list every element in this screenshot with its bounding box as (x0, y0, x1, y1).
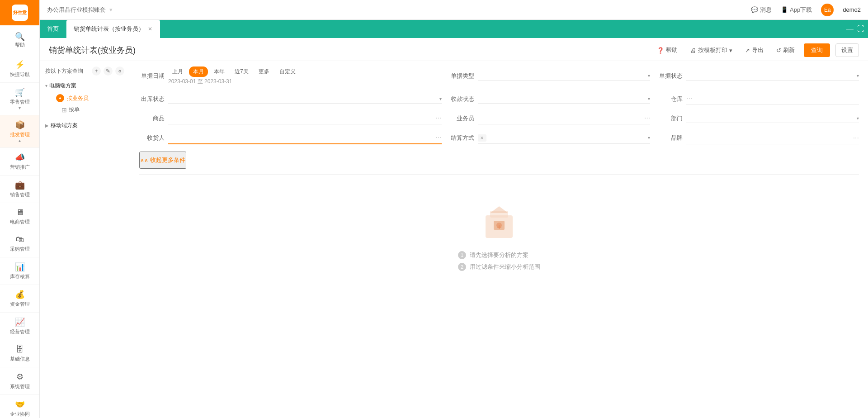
tree-grandchild-icon: ⊞ (61, 106, 67, 114)
refresh-button[interactable]: ↺ 刷新 (773, 44, 798, 56)
sidebar-item-system[interactable]: ⚙ 系统管理 (0, 367, 39, 395)
tab-home[interactable]: 首页 (40, 20, 66, 38)
sidebar-item-label: 销售管理 (10, 191, 30, 198)
breadcrumb-arrow-icon: ▾ (109, 6, 113, 13)
help-button[interactable]: ❓ 帮助 (653, 44, 681, 56)
sidebar-item-ecommerce[interactable]: 🖥 电商管理 (0, 203, 39, 230)
consignee-input[interactable] (168, 134, 435, 141)
product-dots[interactable]: ··· (435, 114, 441, 122)
brand-control: ··· (686, 132, 859, 144)
tip-num-2: 2 (458, 263, 466, 271)
filter-doc-status: 单据状态 ▾ (657, 71, 859, 81)
dept-control[interactable]: ▾ (686, 114, 859, 123)
shortcut-icon: ⚡ (15, 60, 25, 70)
doc-status-control[interactable]: ▾ (686, 71, 859, 81)
tree-mobile-parent[interactable]: ▶ 移动端方案 (43, 119, 126, 132)
out-status-select[interactable]: ▾ (168, 96, 442, 101)
sidebar-item-finance[interactable]: 💰 资金管理 (0, 285, 39, 313)
doc-status-select[interactable]: ▾ (686, 73, 859, 78)
empty-icon (476, 202, 522, 244)
header-actions: 💬 消息 📱 App下载 Ea demo2 (751, 4, 861, 16)
sidebar-item-retail[interactable]: 🛒 零售管理 ▾ (0, 83, 39, 115)
collapse-more-button[interactable]: ∧∧ 收起更多条件 (139, 152, 186, 169)
sidebar-item-enterprise[interactable]: 🤝 企业协同 (0, 395, 39, 418)
retail-icon: 🛒 (15, 87, 25, 97)
page-content: 销货单统计表(按业务员) ❓ 帮助 🖨 按模板打印 ▾ ↗ 导出 (40, 38, 868, 418)
tab-sales-stat[interactable]: 销货单统计表（按业务员） ✕ (66, 20, 160, 38)
tab-maximize-icon[interactable]: ⛶ (857, 25, 864, 33)
page-actions: ❓ 帮助 🖨 按模板打印 ▾ ↗ 导出 ↺ 刷新 (653, 43, 859, 57)
collapse-panel-button[interactable]: « (115, 66, 124, 76)
sidebar-item-operations[interactable]: 📈 经营管理 (0, 313, 39, 340)
message-button[interactable]: 💬 消息 (751, 6, 772, 14)
page-inner: 销货单统计表(按业务员) ❓ 帮助 🖨 按模板打印 ▾ ↗ 导出 (40, 38, 868, 418)
export-button[interactable]: ↗ 导出 (741, 44, 767, 56)
logo-icon: 好生意 (12, 5, 28, 21)
date-btn-more[interactable]: 更多 (255, 66, 274, 77)
edit-scheme-button[interactable]: ✎ (104, 66, 113, 76)
payment-select[interactable]: × ▾ (478, 134, 651, 142)
search-icon: 🔍 (15, 32, 25, 42)
out-status-control[interactable]: ▾ (168, 95, 442, 104)
salesperson-control: ··· (478, 112, 651, 124)
product-label: 商品 (139, 114, 165, 123)
salesperson-dots[interactable]: ··· (644, 114, 650, 122)
sidebar-item-label: 资金管理 (10, 301, 30, 308)
tree-pc-section[interactable]: ▾ 电脑端方案 (43, 79, 126, 92)
settings-button[interactable]: 设置 (835, 43, 859, 57)
wholesale-icon: 📦 (15, 120, 25, 130)
svg-marker-2 (490, 206, 508, 213)
sidebar-item-marketing[interactable]: 📣 营销推广 (0, 148, 39, 176)
tab-close-icon[interactable]: ✕ (148, 26, 152, 32)
sidebar-item-inventory[interactable]: 📊 库存核算 (0, 257, 39, 285)
tree-item-order-label: 按单 (69, 106, 80, 114)
payment-arrow-icon: ▾ (648, 135, 650, 140)
sidebar: 好生意 🔍 帮助 ⚡ 快捷导航 🛒 零售管理 ▾ 📦 批发管理 ▴ 📣 营销推广… (0, 0, 40, 418)
basic-icon: 🗄 (16, 345, 24, 354)
breadcrumb-area: 办公用品行业模拟账套 ▾ (47, 6, 113, 14)
sidebar-item-label: 营销推广 (10, 164, 30, 171)
dept-select[interactable]: ▾ (686, 116, 859, 121)
sidebar-item-label: 企业协同 (10, 411, 30, 418)
sidebar-item-purchase[interactable]: 🛍 采购管理 (0, 230, 39, 257)
brand-dots[interactable]: ··· (853, 134, 859, 142)
date-btn-custom[interactable]: 自定义 (275, 66, 300, 77)
product-control: ··· (168, 112, 442, 124)
payment-tag-close[interactable]: × (481, 135, 484, 141)
doc-type-select[interactable]: ▾ (478, 73, 651, 78)
tip-text-1: 请先选择要分析的方案 (470, 251, 528, 259)
doc-status-label: 单据状态 (657, 72, 683, 80)
print-icon: 🖨 (690, 47, 696, 54)
tree-item-salesperson[interactable]: ● 按业务员 (43, 92, 126, 104)
main-area: 办公用品行业模拟账套 ▾ 💬 消息 📱 App下载 Ea demo2 首页 销货… (40, 0, 868, 418)
date-btn-7days[interactable]: 近7天 (231, 66, 253, 77)
sidebar-item-basic[interactable]: 🗄 基础信息 (0, 340, 39, 367)
date-btn-this-month[interactable]: 本月 (189, 66, 208, 77)
app-download-button[interactable]: 📱 App下载 (781, 6, 812, 14)
salesperson-label: 业务员 (449, 114, 474, 123)
warehouse-dots[interactable]: ··· (686, 95, 692, 103)
filter-row-2: 出库状态 ▾ 收款状态 (139, 93, 859, 105)
tree-mobile-section: ▶ 移动端方案 (40, 119, 130, 132)
receipt-status-control[interactable]: ▾ (478, 95, 651, 104)
tab-minimize-icon[interactable]: — (846, 25, 854, 33)
add-scheme-button[interactable]: + (92, 66, 101, 76)
sidebar-item-label: 基础信息 (10, 356, 30, 362)
sidebar-item-label: 快捷导航 (10, 71, 30, 78)
tree-item-order[interactable]: ⊞ 按单 (43, 104, 126, 115)
sidebar-item-shortcut[interactable]: ⚡ 快捷导航 (0, 55, 39, 83)
user-avatar[interactable]: Ea (821, 4, 834, 16)
doc-type-control[interactable]: ▾ (478, 71, 651, 81)
sidebar-item-sales[interactable]: 💼 销售管理 (0, 176, 39, 203)
filter-date: 单据日期 上月 本月 本年 近7天 更多 自定义 (139, 66, 442, 86)
receipt-status-select[interactable]: ▾ (478, 96, 651, 101)
right-panel: 单据日期 上月 本月 本年 近7天 更多 自定义 (130, 61, 868, 304)
date-btn-last-month[interactable]: 上月 (168, 66, 187, 77)
warehouse-control: ··· (686, 93, 859, 105)
search-menu-button[interactable]: 🔍 帮助 (3, 29, 37, 51)
template-print-button[interactable]: 🖨 按模板打印 ▾ (687, 44, 736, 56)
sidebar-item-wholesale[interactable]: 📦 批发管理 ▴ (0, 115, 39, 148)
date-btn-this-year[interactable]: 本年 (210, 66, 229, 77)
consignee-dots[interactable]: ··· (435, 133, 441, 142)
query-button[interactable]: 查询 (804, 43, 830, 57)
